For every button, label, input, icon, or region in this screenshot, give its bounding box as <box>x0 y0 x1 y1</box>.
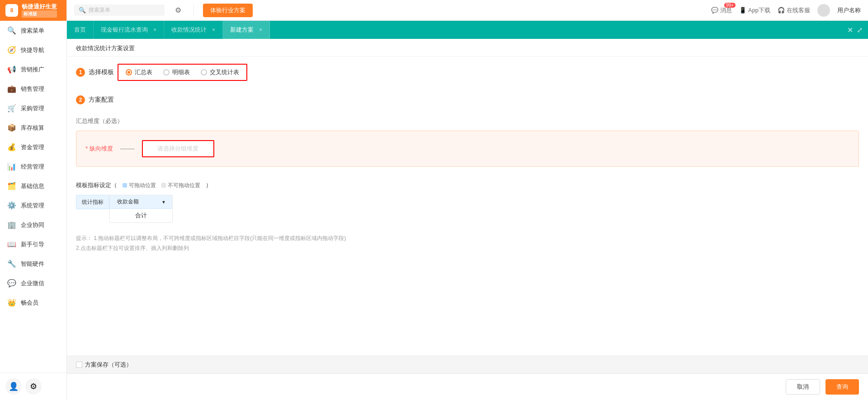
tab-0[interactable]: 首页 <box>67 21 94 39</box>
sidebar-icon-2: 📢 <box>7 65 16 74</box>
movable-tag: 可拖动位置 <box>123 182 156 189</box>
indicator-table-cell: 合计 <box>110 209 172 222</box>
chat-btn[interactable]: 🎧 在线客服 <box>778 6 810 14</box>
breadcrumb: 收款情况统计方案设置 <box>76 45 135 52</box>
tab-close-1[interactable]: × <box>153 27 156 33</box>
user-avatar-icon[interactable]: 👤 <box>5 378 22 395</box>
dimension-row: 纵向维度 —— 请选择分组维度 <box>85 140 849 157</box>
radio-option-2[interactable]: 交叉统计表 <box>201 68 239 76</box>
footer-buttons: 取消 查询 <box>67 373 868 400</box>
sidebar-item-3[interactable]: 💼销售管理 <box>0 79 66 99</box>
sidebar-label-4: 采购管理 <box>21 104 44 113</box>
messages-btn[interactable]: 💬 消息 99+ <box>711 6 732 14</box>
sidebar-label-11: 新手引导 <box>21 240 44 249</box>
message-icon: 💬 <box>711 7 718 14</box>
tab-label-0: 首页 <box>74 26 86 34</box>
sidebar-item-2[interactable]: 📢营销推广 <box>0 60 66 79</box>
industry-btn[interactable]: 体验行业方案 <box>203 4 253 17</box>
tab-1[interactable]: 现金银行流水查询× <box>94 21 164 39</box>
sidebar-item-5[interactable]: 📦库存核算 <box>0 118 66 137</box>
sidebar-bottom: 👤 ⚙ <box>0 372 66 400</box>
sidebar-label-12: 智能硬件 <box>21 260 44 268</box>
gear-button[interactable]: ⚙ <box>172 4 184 17</box>
save-checkbox[interactable] <box>76 362 82 368</box>
tab-close-2[interactable]: × <box>212 27 215 33</box>
sidebar-item-0[interactable]: 🔍搜索菜单 <box>0 21 66 40</box>
sidebar-label-6: 资金管理 <box>21 143 44 151</box>
sidebar-item-10[interactable]: 🏢企业协同 <box>0 215 66 235</box>
indicator-table-header: 收款金额 ▾ <box>110 195 172 209</box>
tab-label-2: 收款情况统计 <box>171 26 207 34</box>
config-section: 汇总维度（必选） 纵向维度 —— 请选择分组维度 <box>67 117 868 181</box>
sidebar-item-13[interactable]: 💬企业微信 <box>0 273 66 293</box>
tab-3[interactable]: 新建方案× <box>223 21 270 39</box>
sidebar-label-14: 畅会员 <box>21 299 38 307</box>
dimension-select[interactable]: 请选择分组维度 <box>142 140 214 157</box>
tips-line2: 2.点击标题栏下拉可设置排序、插入列和删除列 <box>76 244 859 254</box>
template-radio-group: 汇总表明细表交叉统计表 <box>118 64 247 81</box>
movable-dot <box>123 183 127 188</box>
sidebar: 8 畅捷通好生意 标准版 🔍搜索菜单🧭快捷导航📢营销推广💼销售管理🛒采购管理📦库… <box>0 0 67 400</box>
sidebar-label-5: 库存核算 <box>21 124 44 132</box>
sidebar-icon-13: 💬 <box>7 279 16 287</box>
settings-icon[interactable]: ⚙ <box>25 378 42 395</box>
save-checkbox-item[interactable]: 方案保存（可选） <box>76 361 132 369</box>
step1-section: 1 选择模板 汇总表明细表交叉统计表 <box>67 56 868 94</box>
sidebar-item-7[interactable]: 📊经营管理 <box>0 157 66 176</box>
sidebar-item-14[interactable]: 👑畅会员 <box>0 293 66 312</box>
radio-circle-2 <box>201 69 207 75</box>
message-badge: 99+ <box>724 3 736 8</box>
sidebar-item-4[interactable]: 🛒采购管理 <box>0 99 66 118</box>
sidebar-item-8[interactable]: 🗂️基础信息 <box>0 176 66 196</box>
indicator-label: 模板指标设定（ 可拖动位置 不可拖动位置 ） <box>76 181 859 189</box>
sidebar-icon-11: 📖 <box>7 240 16 249</box>
search-bar[interactable]: 🔍 搜索菜单 <box>74 5 165 16</box>
arrow-icon: —— <box>120 145 135 153</box>
close-window-icon[interactable]: ✕ <box>847 26 853 34</box>
sidebar-icon-1: 🧭 <box>7 46 16 54</box>
radio-option-1[interactable]: 明细表 <box>163 68 190 76</box>
sidebar-icon-0: 🔍 <box>7 26 16 35</box>
maximize-icon[interactable]: ⤢ <box>857 26 863 34</box>
user-avatar[interactable] <box>817 4 830 17</box>
search-icon: 🔍 <box>79 7 86 14</box>
cancel-button[interactable]: 取消 <box>786 379 820 395</box>
indicator-section-label: 统计指标 <box>76 195 109 209</box>
indicator-dropdown-icon[interactable]: ▾ <box>162 199 165 205</box>
dimension-area: 纵向维度 —— 请选择分组维度 <box>76 131 859 167</box>
radio-label-1: 明细表 <box>172 68 190 76</box>
download-btn[interactable]: 📱 App下载 <box>739 6 770 14</box>
sidebar-label-8: 基础信息 <box>21 182 44 190</box>
topbar-right: 💬 消息 99+ 📱 App下载 🎧 在线客服 用户名称 <box>711 4 861 17</box>
tab-label-3: 新建方案 <box>230 26 254 34</box>
unmovable-dot <box>161 183 166 188</box>
tips-line1: 提示： 1.拖动标题栏可以调整布局，不可跨维度或指标区域拖动栏目字段(只能在同一… <box>76 234 859 244</box>
bottom-bar: 方案保存（可选） <box>67 356 868 373</box>
sidebar-item-6[interactable]: 💰资金管理 <box>0 137 66 157</box>
download-icon: 📱 <box>739 7 746 14</box>
query-button[interactable]: 查询 <box>826 379 859 395</box>
app-name: 畅捷通好生意 <box>22 3 57 10</box>
step1-title: 1 选择模板 汇总表明细表交叉统计表 <box>76 64 859 81</box>
logo-icon: 8 <box>5 4 18 17</box>
radio-circle-0 <box>126 69 132 75</box>
step2-title: 2 方案配置 <box>76 95 859 104</box>
tab-2[interactable]: 收款情况统计× <box>164 21 223 39</box>
tab-close-3[interactable]: × <box>259 27 262 33</box>
radio-option-0[interactable]: 汇总表 <box>126 68 152 76</box>
sidebar-item-11[interactable]: 📖新手引导 <box>0 235 66 254</box>
indicator-section: 模板指标设定（ 可拖动位置 不可拖动位置 ） 统计指标 <box>67 181 868 230</box>
indicator-table-wrapper: 统计指标 收款金额 ▾ 合计 <box>76 195 859 223</box>
sidebar-item-1[interactable]: 🧭快捷导航 <box>0 40 66 60</box>
page-header: 收款情况统计方案设置 <box>67 39 868 56</box>
sidebar-item-12[interactable]: 🔧智能硬件 <box>0 254 66 273</box>
radio-label-2: 交叉统计表 <box>210 68 239 76</box>
left-label-col: 统计指标 <box>76 195 109 223</box>
sidebar-icon-4: 🛒 <box>7 104 16 113</box>
sidebar-icon-6: 💰 <box>7 143 16 151</box>
radio-circle-1 <box>163 69 170 75</box>
sidebar-item-9[interactable]: ⚙️系统管理 <box>0 196 66 215</box>
vertical-dim-label: 纵向维度 <box>85 145 113 153</box>
unmovable-tag: 不可拖动位置 <box>161 182 200 189</box>
tab-bar: 首页现金银行流水查询×收款情况统计×新建方案×✕⤢ <box>67 21 868 39</box>
